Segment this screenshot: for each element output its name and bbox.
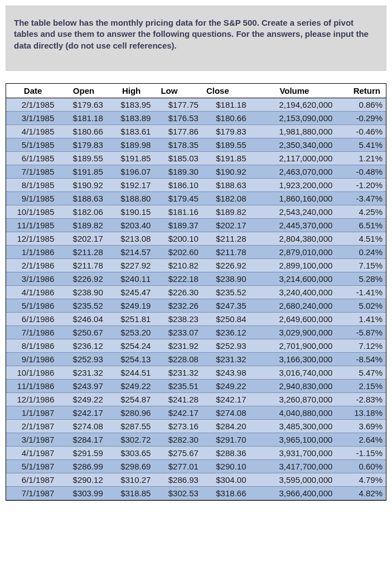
cell-low: $238.23 [155,312,203,325]
cell-high: $287.55 [108,419,156,433]
cell-return: 4.82% [338,486,386,500]
table-row: 9/1/1985$188.63$188.80$179.45$182.081,86… [6,191,386,205]
cell-return: 3.69% [338,419,386,433]
cell-return: 4.51% [338,232,386,245]
cell-return: 13.18% [338,406,386,419]
cell-low: $273.16 [155,419,203,433]
table-row: 10/1/1985$182.06$190.15$181.16$189.822,5… [6,205,386,218]
cell-volume: 2,153,090,000 [251,111,338,124]
header-volume: Volume [251,84,338,98]
cell-high: $254.87 [108,392,156,406]
table-row: 1/1/1986$211.28$214.57$202.60$211.782,87… [6,245,386,258]
cell-close: $191.85 [203,151,251,165]
cell-high: $298.69 [108,459,156,473]
table-row: 6/1/1985$189.55$191.85$185.03$191.852,11… [6,151,386,165]
cell-close: $181.18 [203,98,251,111]
table-row: 3/1/1987$284.17$302.72$282.30$291.703,96… [6,433,386,446]
pricing-table: Date Open High Low Close Volume Return 2… [6,84,386,500]
cell-close: $249.22 [203,379,251,392]
cell-low: $176.53 [155,111,203,124]
cell-date: 4/1/1985 [6,124,60,138]
cell-date: 5/1/1986 [6,299,60,312]
cell-low: $210.82 [155,258,203,272]
cell-date: 12/1/1986 [6,392,60,406]
cell-volume: 3,485,300,000 [251,419,338,433]
cell-open: $236.12 [60,339,108,352]
cell-high: $244.51 [108,366,156,379]
cell-close: $250.84 [203,312,251,325]
cell-return: 2.64% [338,433,386,446]
cell-volume: 1,860,160,000 [251,191,338,205]
cell-high: $302.72 [108,433,156,446]
cell-date: 9/1/1986 [6,352,60,366]
cell-return: -1.20% [338,178,386,191]
cell-low: $275.67 [155,446,203,459]
table-row: 2/1/1985$179.63$183.95$177.75$181.182,19… [6,98,386,111]
cell-low: $277.01 [155,459,203,473]
cell-high: $192.17 [108,178,156,191]
cell-low: $241.28 [155,392,203,406]
cell-low: $233.07 [155,325,203,339]
cell-high: $183.95 [108,98,156,111]
cell-return: 2.15% [338,379,386,392]
cell-open: $190.92 [60,178,108,191]
cell-date: 6/1/1986 [6,312,60,325]
cell-date: 4/1/1986 [6,285,60,299]
cell-high: $227.92 [108,258,156,272]
cell-volume: 3,214,600,000 [251,272,338,285]
cell-date: 2/1/1985 [6,98,60,111]
header-close: Close [203,84,251,98]
cell-low: $228.08 [155,352,203,366]
cell-close: $236.12 [203,325,251,339]
cell-open: $181.18 [60,111,108,124]
cell-close: $235.52 [203,285,251,299]
cell-low: $235.51 [155,379,203,392]
cell-return: 6.51% [338,218,386,232]
cell-low: $282.30 [155,433,203,446]
table-row: 12/1/1986$249.22$254.87$241.28$242.173,2… [6,392,386,406]
cell-date: 7/1/1986 [6,325,60,339]
cell-high: $303.65 [108,446,156,459]
cell-volume: 3,260,870,000 [251,392,338,406]
cell-open: $202.17 [60,232,108,245]
cell-date: 7/1/1985 [6,165,60,178]
cell-return: -2.83% [338,392,386,406]
cell-date: 7/1/1987 [6,486,60,500]
cell-low: $202.60 [155,245,203,258]
table-row: 4/1/1986$238.90$245.47$226.30$235.523,24… [6,285,386,299]
cell-volume: 3,016,740,000 [251,366,338,379]
cell-low: $186.10 [155,178,203,191]
cell-volume: 3,931,700,000 [251,446,338,459]
cell-volume: 2,879,010,000 [251,245,338,258]
cell-open: $235.52 [60,299,108,312]
cell-high: $189.98 [108,138,156,151]
cell-close: $291.70 [203,433,251,446]
header-return: Return [338,84,386,98]
cell-date: 2/1/1986 [6,258,60,272]
cell-low: $181.16 [155,205,203,218]
table-row: 11/1/1986$243.97$249.22$235.51$249.222,9… [6,379,386,392]
cell-close: $180.66 [203,111,251,124]
table-row: 8/1/1985$190.92$192.17$186.10$188.631,92… [6,178,386,191]
header-high: High [108,84,156,98]
cell-high: $254.24 [108,339,156,352]
cell-return: -1.41% [338,285,386,299]
header-date: Date [6,84,60,98]
table-row: 7/1/1986$250.67$253.20$233.07$236.123,02… [6,325,386,339]
cell-close: $304.00 [203,473,251,486]
cell-high: $245.47 [108,285,156,299]
data-table-container: Date Open High Low Close Volume Return 2… [6,83,386,501]
cell-low: $185.03 [155,151,203,165]
cell-open: $249.22 [60,392,108,406]
cell-low: $177.86 [155,124,203,138]
cell-date: 12/1/1985 [6,232,60,245]
cell-high: $190.15 [108,205,156,218]
cell-volume: 2,117,000,000 [251,151,338,165]
cell-return: -5.87% [338,325,386,339]
cell-volume: 1,981,880,000 [251,124,338,138]
cell-open: $189.55 [60,151,108,165]
table-row: 7/1/1987$303.99$318.85$302.53$318.663,96… [6,486,386,500]
table-row: 6/1/1986$246.04$251.81$238.23$250.842,64… [6,312,386,325]
cell-date: 3/1/1985 [6,111,60,124]
cell-low: $200.10 [155,232,203,245]
